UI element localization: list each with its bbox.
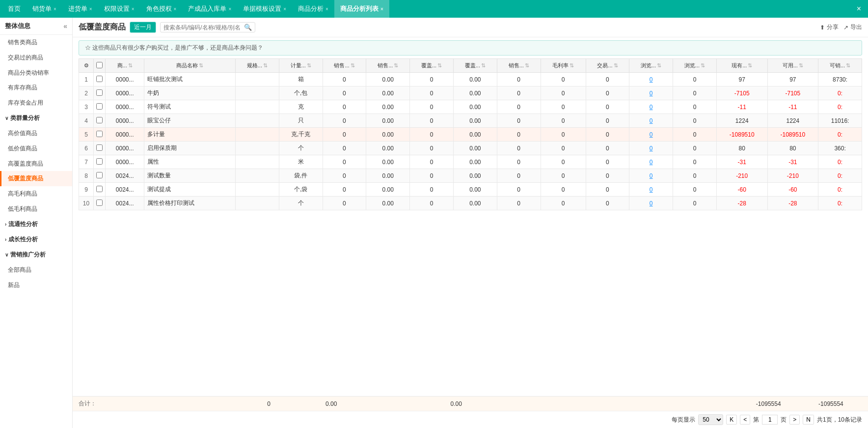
code-col-header[interactable]: 商...⇅ [106,59,144,73]
row-sellable-7: 0: [818,155,862,169]
row-checkbox-6[interactable] [94,142,106,155]
close-analysis-list-tab[interactable]: × [380,6,383,12]
nav-tab-production[interactable]: 产成品入库单 × [182,0,237,18]
row-checkbox-5[interactable] [94,128,106,142]
sidebar-item-traded-goods[interactable]: 交易过的商品 [0,50,72,65]
sidebar-item-low-margin[interactable]: 低毛利商品 [0,201,72,217]
name-col-header[interactable]: 商品名称⇅ [144,59,236,73]
row-checkbox-8[interactable] [94,169,106,183]
filter-recent-month-btn[interactable]: 近一月 [130,22,156,33]
nav-tab-home[interactable]: 首页 [2,0,27,18]
close-roles-tab[interactable]: × [174,6,177,12]
first-page-btn[interactable]: K [726,415,737,425]
row-num-3: 3 [79,100,94,114]
nav-tab-sales[interactable]: 销货单 × [27,0,62,18]
sidebar-item-category-rate[interactable]: 商品分类动销率 [0,65,72,81]
row-spec-3 [235,100,279,114]
sellable-col-header[interactable]: 可销...⇅ [818,59,862,73]
sidebar-item-high-value[interactable]: 高价值商品 [0,126,72,141]
gross-margin-col-header[interactable]: 毛利率⇅ [541,59,586,73]
row-browse1-2[interactable]: 0 [629,86,673,100]
row-checkbox-9[interactable] [94,183,106,197]
trade-col-header[interactable]: 交易...⇅ [586,59,629,73]
row-sales-amt-4: 0.00 [366,114,410,128]
last-page-btn[interactable]: N [803,415,814,425]
sidebar-collapse-btn[interactable]: « [63,22,67,30]
row-checkbox-3[interactable] [94,100,106,114]
page-size-select[interactable]: 50 100 200 [698,414,723,425]
row-sales-qty-8: 0 [323,169,366,183]
sidebar-section-marketing[interactable]: ∨ 营销推广分析 [0,247,72,262]
unit-col-header[interactable]: 计量...⇅ [279,59,323,73]
sidebar-item-in-stock[interactable]: 有库存商品 [0,80,72,95]
sidebar-item-all-goods[interactable]: 全部商品 [0,262,72,278]
share-btn[interactable]: ⬆ 分享 [820,23,839,31]
row-available-6: 80 [767,142,818,155]
export-btn[interactable]: ↗ 导出 [843,23,862,31]
sidebar-item-sales-goods[interactable]: 销售类商品 [0,35,72,50]
cover2-col-header[interactable]: 覆盖...⇅ [453,59,497,73]
cover1-col-header[interactable]: 覆盖...⇅ [410,59,454,73]
row-browse1-4[interactable]: 0 [629,114,673,128]
row-browse1-5[interactable]: 0 [629,128,673,142]
nav-tab-purchase[interactable]: 进货单 × [62,0,98,18]
close-template-tab[interactable]: × [283,6,286,12]
row-checkbox-10[interactable] [94,197,106,210]
sidebar-item-low-value[interactable]: 低价值商品 [0,141,72,156]
growth-arrow-icon: › [5,237,6,242]
total-cover2: 0.00 [425,400,488,407]
sidebar-item-low-coverage[interactable]: 低覆盖度商品 [0,171,72,186]
nav-tab-analysis[interactable]: 商品分析 × [292,0,334,18]
close-purchase-tab[interactable]: × [89,6,92,12]
sidebar-item-new-goods[interactable]: 新品 [0,278,72,293]
next-page-btn[interactable]: > [789,415,800,425]
sidebar-item-stock-fund[interactable]: 库存资金占用 [0,95,72,111]
row-browse1-7[interactable]: 0 [629,155,673,169]
close-perms-tab[interactable]: × [132,6,135,12]
settings-col-header[interactable]: ⚙ [79,59,94,73]
nav-tab-perms[interactable]: 权限设置 × [98,0,140,18]
row-sales-amt-9: 0.00 [366,183,410,197]
row-unit-9: 个,袋 [279,183,323,197]
close-all-tabs[interactable]: × [852,4,866,13]
close-analysis-tab[interactable]: × [326,6,328,12]
row-browse1-3[interactable]: 0 [629,100,673,114]
close-sales-tab[interactable]: × [54,6,56,12]
row-browse1-10[interactable]: 0 [629,197,673,210]
row-sales-amt-1: 0.00 [366,73,410,86]
browse1-col-header[interactable]: 浏览...⇅ [629,59,673,73]
sales-qty-col-header[interactable]: 销售...⇅ [323,59,366,73]
row-cover2-4: 0.00 [453,114,497,128]
nav-tab-roles[interactable]: 角色授权 × [140,0,183,18]
sidebar-section-flow[interactable]: › 流通性分析 [0,217,72,232]
row-checkbox-7[interactable] [94,155,106,169]
row-checkbox-2[interactable] [94,86,106,100]
available-col-header[interactable]: 可用...⇅ [767,59,818,73]
spec-col-header[interactable]: 规格...⇅ [235,59,279,73]
nav-tab-template[interactable]: 单据模板设置 × [237,0,292,18]
sales3-col-header[interactable]: 销售...⇅ [497,59,541,73]
row-checkbox-4[interactable] [94,114,106,128]
row-browse1-6[interactable]: 0 [629,142,673,155]
nav-tab-analysis-list[interactable]: 商品分析列表 × [334,0,389,18]
row-browse2-3: 0 [673,100,717,114]
current-page-input[interactable] [762,415,778,425]
close-production-tab[interactable]: × [228,6,231,12]
row-checkbox-1[interactable] [94,73,106,86]
row-browse1-1[interactable]: 0 [629,73,673,86]
row-trade-8: 0 [586,169,629,183]
sidebar-item-high-margin[interactable]: 高毛利商品 [0,186,72,201]
row-browse1-8[interactable]: 0 [629,169,673,183]
select-all-checkbox[interactable] [96,62,103,68]
search-input[interactable] [163,24,242,31]
prev-page-btn[interactable]: < [740,415,750,425]
current-stock-col-header[interactable]: 现有...⇅ [716,59,767,73]
sidebar-section-cluster[interactable]: ∨ 类群量分析 [0,111,72,126]
row-browse2-7: 0 [673,155,717,169]
row-browse1-9[interactable]: 0 [629,183,673,197]
sidebar-item-high-coverage[interactable]: 高覆盖度商品 [0,156,72,171]
search-icon[interactable]: 🔍 [244,24,252,31]
browse2-col-header[interactable]: 浏览...⇅ [673,59,717,73]
sales-amt-col-header[interactable]: 销售...⇅ [366,59,410,73]
sidebar-section-growth[interactable]: › 成长性分析 [0,232,72,247]
